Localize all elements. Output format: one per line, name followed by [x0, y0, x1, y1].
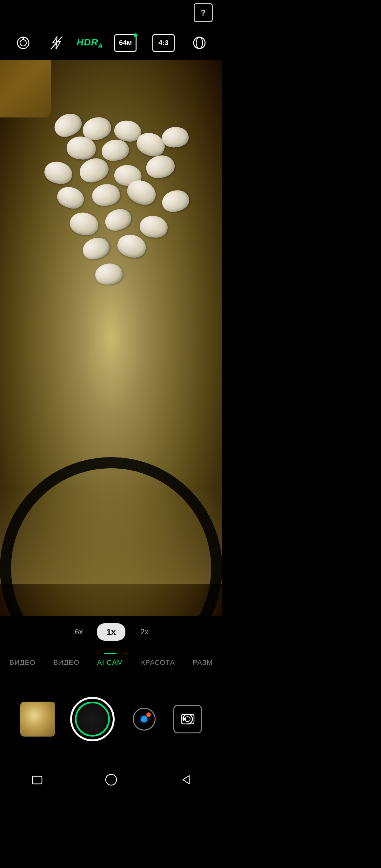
dumpling — [161, 126, 189, 148]
dumplings-area — [19, 111, 203, 327]
zoom-06x-button[interactable]: .6x — [65, 624, 91, 640]
dumpling — [91, 182, 122, 208]
dumpling — [55, 184, 87, 212]
tab-beauty-label: КРАСОТА — [141, 658, 175, 666]
tab-size-label: РАЗМ — [193, 658, 213, 666]
gallery-thumbnail[interactable] — [20, 702, 55, 737]
ai-cam-circle — [133, 708, 156, 731]
tab-video1-label: ВИДЕО — [9, 658, 36, 666]
svg-point-5 — [194, 37, 205, 49]
dumpling — [51, 110, 85, 141]
dumpling — [94, 262, 124, 286]
zoom-1x-button[interactable]: 1x — [97, 623, 125, 641]
megapixel-button[interactable]: 64м — [114, 34, 136, 52]
bottom-safe-area — [0, 800, 222, 868]
zoom-2x-button[interactable]: 2x — [132, 624, 157, 640]
flash-icon[interactable] — [47, 34, 65, 52]
switch-camera-button[interactable] — [173, 705, 202, 734]
status-bar: ? — [0, 0, 222, 25]
ratio-button[interactable]: 4:3 — [152, 34, 174, 52]
dumpling — [100, 137, 130, 163]
wood-board-decoration — [0, 60, 51, 118]
svg-rect-10 — [32, 776, 42, 784]
dumpling — [102, 206, 134, 234]
hdr-button[interactable]: HDRA — [81, 34, 98, 52]
megapixel-label: 64м — [119, 39, 132, 47]
viewfinder[interactable] — [0, 60, 222, 616]
dumpling — [80, 234, 112, 262]
tab-aicam-label: AI CAM — [97, 658, 123, 666]
tab-beauty[interactable]: КРАСОТА — [132, 655, 184, 670]
svg-rect-2 — [23, 37, 24, 40]
ai-dot-orange — [146, 712, 151, 717]
svg-point-1 — [20, 40, 26, 46]
top-controls-bar: HDRA 64м 4:3 — [0, 25, 222, 60]
dumpling — [42, 159, 75, 187]
zoom-controls: .6x 1x 2x — [0, 616, 222, 648]
nav-home-button[interactable] — [98, 767, 124, 793]
dumpling — [115, 232, 148, 260]
nav-back-button[interactable] — [172, 767, 198, 793]
svg-point-6 — [196, 37, 202, 49]
dumpling — [68, 210, 101, 238]
navigation-bar — [0, 759, 222, 800]
green-dot — [134, 33, 137, 37]
tab-aicam[interactable]: AI CAM — [88, 655, 132, 670]
zoom-06x-label: .6x — [73, 627, 83, 636]
ratio-label: 4:3 — [158, 39, 168, 47]
ai-mode-button[interactable] — [130, 705, 158, 734]
zoom-1x-label: 1x — [107, 627, 116, 637]
dumpling — [138, 214, 169, 239]
bowl-rim — [0, 457, 222, 616]
shutter-inner — [75, 702, 110, 737]
filter-icon[interactable] — [191, 34, 208, 52]
tab-video2[interactable]: ВИДЕО — [44, 655, 88, 670]
mode-tabs-bar: ВИДЕО ВИДЕО AI CAM КРАСОТА РАЗМ — [0, 647, 222, 679]
tab-video1[interactable]: ВИДЕО — [1, 655, 44, 670]
thumbnail-image — [20, 702, 55, 737]
dumpling — [160, 187, 191, 215]
bottom-controls-bar — [0, 679, 222, 759]
ai-dot-blue — [141, 716, 147, 722]
help-text: ? — [201, 8, 206, 18]
svg-marker-12 — [183, 776, 189, 784]
shutter-button[interactable] — [70, 697, 115, 741]
tab-size[interactable]: РАЗМ — [184, 655, 222, 670]
timer-icon[interactable] — [14, 34, 32, 52]
help-icon[interactable]: ? — [194, 3, 213, 22]
svg-point-11 — [106, 774, 117, 785]
zoom-2x-label: 2x — [140, 627, 148, 636]
tab-video2-label: ВИДЕО — [53, 658, 80, 666]
dumpling — [144, 153, 177, 180]
nav-recents-button[interactable] — [25, 767, 50, 793]
